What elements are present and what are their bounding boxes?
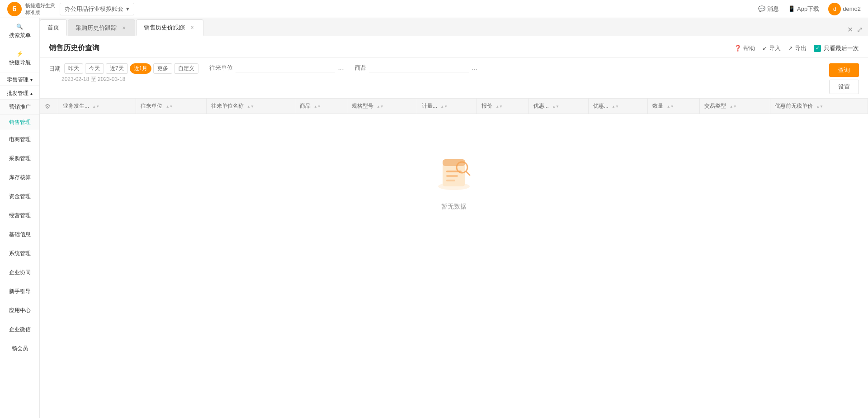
col-partner-code[interactable]: 往来单位 ▲▼ (136, 99, 206, 114)
sort-icon: ▲▼ (92, 104, 99, 109)
col-trade-type[interactable]: 交易类型 ▲▼ (700, 99, 770, 114)
tab-home[interactable]: 首页 (40, 19, 67, 36)
import-icon: ↙ (762, 45, 767, 52)
page-content: 销售历史价查询 ❓ 帮助 ↙ 导入 ↗ 导出 (40, 36, 868, 418)
sidebar-item-enterprise-wechat[interactable]: 企业微信 (0, 320, 39, 339)
app-download-btn[interactable]: 📱 App下载 (788, 5, 819, 13)
sidebar-item-enterprise-collab[interactable]: 企业协同 (0, 263, 39, 282)
date-btn-today[interactable]: 今天 (85, 63, 104, 74)
svg-rect-5 (446, 180, 455, 181)
filter-bar: 日期 昨天 今天 近7天 近1月 更多 自定义 2023-02-18 至 202… (40, 58, 868, 98)
user-menu[interactable]: d demo2 (828, 3, 861, 15)
logo-area: 6 畅捷通好生意 标准版 (7, 2, 55, 16)
nav-icon: ⚡ (16, 51, 23, 57)
sidebar-item-search-menu[interactable]: 🔍 搜索菜单 (0, 18, 39, 45)
sidebar-item-ecommerce[interactable]: 电商管理 (0, 130, 39, 149)
tab-purchase-history-close[interactable]: × (120, 24, 127, 32)
chevron-down-icon: ▾ (126, 5, 129, 12)
goods-filter-group: 商品 ... (355, 63, 477, 72)
date-btn-more[interactable]: 更多 (153, 63, 172, 74)
page-header: 销售历史价查询 ❓ 帮助 ↙ 导入 ↗ 导出 (40, 36, 868, 58)
message-btn[interactable]: 💬 消息 (758, 5, 779, 13)
sort-icon: ▲▼ (612, 104, 619, 109)
maximize-btn[interactable]: ⤢ (857, 25, 863, 34)
col-goods[interactable]: 商品 ▲▼ (295, 99, 347, 114)
data-table: ⚙ 业务发生... ▲▼ 往来单位 ▲▼ 往来单位名称 (40, 98, 868, 114)
partner-input[interactable] (236, 63, 335, 72)
sidebar-item-new-guide[interactable]: 新手引导 (0, 282, 39, 301)
top-bar-right: 💬 消息 📱 App下载 d demo2 (758, 3, 861, 15)
tab-sales-history-close[interactable]: × (189, 24, 196, 31)
chevron-down-icon: ▾ (30, 77, 33, 82)
col-quote[interactable]: 报价 ▲▼ (476, 99, 528, 114)
col-spec[interactable]: 规格型号 ▲▼ (347, 99, 417, 114)
col-partner-name[interactable]: 往来单位名称 ▲▼ (206, 99, 295, 114)
date-range-display: 2023-02-18 至 2023-03-18 (49, 76, 198, 83)
sidebar-item-app-center[interactable]: 应用中心 (0, 301, 39, 320)
gear-icon[interactable]: ⚙ (45, 103, 51, 110)
empty-state: 暂无数据 (40, 114, 868, 247)
sidebar-item-basic-info[interactable]: 基础信息 (0, 225, 39, 244)
date-btn-yesterday[interactable]: 昨天 (64, 63, 83, 74)
sidebar-item-system[interactable]: 系统管理 (0, 244, 39, 263)
sort-icon: ▲▼ (667, 104, 674, 109)
content-area: 首页 采购历史价跟踪 × 销售历史价跟踪 × ✕ ⤢ 销售历史价查询 (40, 18, 868, 418)
sidebar-item-quick-nav[interactable]: ⚡ 快捷导航 (0, 45, 39, 72)
sort-icon: ▲▼ (495, 104, 503, 109)
sort-icon: ▲▼ (377, 104, 384, 109)
col-quantity[interactable]: 数量 ▲▼ (648, 99, 700, 114)
goods-label: 商品 (355, 64, 367, 72)
sidebar-item-wholesale-mgmt[interactable]: 批发管理 ▴ (0, 86, 39, 100)
sort-icon: ▲▼ (247, 104, 254, 109)
sidebar-item-retail-mgmt[interactable]: 零售管理 ▾ (0, 72, 39, 86)
date-btn-custom[interactable]: 自定义 (174, 63, 198, 74)
col-business-date[interactable]: 业务发生... ▲▼ (58, 99, 136, 114)
empty-icon (431, 150, 476, 195)
top-bar: 6 畅捷通好生意 标准版 办公用品行业模拟账套 ▾ 💬 消息 📱 App下载 d… (0, 0, 868, 18)
query-btn[interactable]: 查询 (829, 63, 859, 77)
sidebar-item-inventory[interactable]: 库存核算 (0, 168, 39, 187)
tab-bar: 首页 采购历史价跟踪 × 销售历史价跟踪 × ✕ ⤢ (40, 18, 868, 36)
tab-purchase-history[interactable]: 采购历史价跟踪 × (68, 19, 135, 36)
close-all-tabs-btn[interactable]: ✕ (847, 25, 853, 34)
tab-actions: ✕ ⤢ (847, 25, 868, 36)
help-btn[interactable]: ❓ 帮助 (734, 44, 755, 52)
col-discount2[interactable]: 优惠... ▲▼ (588, 99, 648, 114)
import-btn[interactable]: ↙ 导入 (762, 44, 781, 52)
only-latest-toggle[interactable]: 只看最后一次 (814, 44, 859, 52)
date-label: 日期 (49, 65, 61, 73)
date-btn-1month[interactable]: 近1月 (130, 63, 152, 74)
col-pretax-price[interactable]: 优惠前无税单价 ▲▼ (770, 99, 868, 114)
date-buttons: 昨天 今天 近7天 近1月 更多 自定义 (64, 63, 198, 74)
tab-sales-history[interactable]: 销售历史价跟踪 × (136, 19, 203, 36)
sort-icon: ▲▼ (730, 104, 737, 109)
goods-input[interactable] (369, 63, 469, 72)
goods-dots-btn[interactable]: ... (472, 64, 477, 72)
col-settings: ⚙ (40, 99, 58, 114)
partner-label: 往来单位 (209, 64, 233, 72)
sidebar-item-operations[interactable]: 经营管理 (0, 206, 39, 225)
sidebar: 🔍 搜索菜单 ⚡ 快捷导航 零售管理 ▾ 批发管理 ▴ 营销推广 销售管理 电商… (0, 18, 40, 418)
main-layout: 🔍 搜索菜单 ⚡ 快捷导航 零售管理 ▾ 批发管理 ▴ 营销推广 销售管理 电商… (0, 18, 868, 418)
sidebar-item-sales-mgmt[interactable]: 销售管理 (0, 115, 39, 130)
logo-icon: 6 (7, 2, 22, 16)
help-icon: ❓ (734, 45, 741, 52)
partner-dots-btn[interactable]: ... (338, 64, 344, 72)
export-btn[interactable]: ↗ 导出 (788, 44, 807, 52)
sort-icon: ▲▼ (552, 104, 559, 109)
sidebar-item-purchase[interactable]: 采购管理 (0, 149, 39, 168)
top-bar-left: 6 畅捷通好生意 标准版 办公用品行业模拟账套 ▾ (7, 2, 134, 16)
sidebar-item-finance[interactable]: 资金管理 (0, 187, 39, 206)
col-discount1[interactable]: 优惠... ▲▼ (528, 99, 588, 114)
filter-actions: 查询 设置 (829, 63, 859, 94)
date-btn-7days[interactable]: 近7天 (106, 63, 128, 74)
partner-filter-group: 往来单位 ... (209, 63, 344, 72)
sidebar-item-vip[interactable]: 畅会员 (0, 339, 39, 358)
search-icon: 🔍 (16, 24, 23, 30)
settings-btn[interactable]: 设置 (829, 80, 859, 94)
col-unit[interactable]: 计量... ▲▼ (417, 99, 476, 114)
app-selector[interactable]: 办公用品行业模拟账套 ▾ (60, 3, 134, 15)
only-latest-checkbox[interactable] (814, 45, 821, 52)
empty-text: 暂无数据 (441, 203, 467, 211)
sidebar-item-marketing[interactable]: 营销推广 (0, 100, 39, 115)
